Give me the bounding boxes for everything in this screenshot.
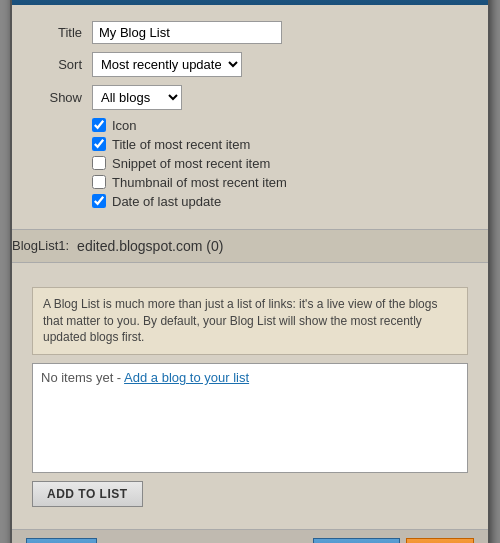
- checkbox-icon[interactable]: [92, 118, 106, 132]
- checkbox-row-date: Date of last update: [92, 194, 468, 209]
- bloglist-section: BlogList1: edited.blogspot.com (0): [10, 229, 490, 263]
- title-label: Title: [32, 25, 82, 40]
- title-row: Title: [32, 21, 468, 44]
- no-items-text: No items yet -: [41, 370, 124, 385]
- show-label: Show: [32, 90, 82, 105]
- right-buttons: CANCEL SAVE: [313, 538, 474, 543]
- blog-list-area: No items yet - Add a blog to your list: [32, 363, 468, 473]
- checkbox-icon-label: Icon: [112, 118, 137, 133]
- bloglist-label: BlogList1:: [12, 238, 69, 253]
- checkbox-date[interactable]: [92, 194, 106, 208]
- add-blog-link[interactable]: Add a blog to your list: [124, 370, 249, 385]
- cancel-button[interactable]: CANCEL: [313, 538, 400, 543]
- checkbox-title-recent[interactable]: [92, 137, 106, 151]
- checkbox-title-recent-label: Title of most recent item: [112, 137, 250, 152]
- back-button[interactable]: BACK: [26, 538, 97, 543]
- checkbox-thumbnail-label: Thumbnail of most recent item: [112, 175, 287, 190]
- info-box: A Blog List is much more than just a lis…: [32, 287, 468, 355]
- dialog-content: Title Sort Most recently updated Alphabe…: [12, 5, 488, 229]
- checkbox-row-snippet: Snippet of most recent item: [92, 156, 468, 171]
- sort-label: Sort: [32, 57, 82, 72]
- sort-select[interactable]: Most recently updated Alphabetically Mos…: [92, 52, 242, 77]
- save-button[interactable]: SAVE: [406, 538, 474, 543]
- checkbox-row-thumbnail: Thumbnail of most recent item: [92, 175, 468, 190]
- title-input[interactable]: [92, 21, 282, 44]
- checkbox-row-icon: Icon: [92, 118, 468, 133]
- checkbox-date-label: Date of last update: [112, 194, 221, 209]
- sort-row: Sort Most recently updated Alphabeticall…: [32, 52, 468, 77]
- checkboxes-section: Icon Title of most recent item Snippet o…: [92, 118, 468, 209]
- bloglist-value: edited.blogspot.com (0): [77, 238, 223, 254]
- add-to-list-button[interactable]: ADD TO LIST: [32, 481, 143, 507]
- checkbox-snippet-label: Snippet of most recent item: [112, 156, 270, 171]
- show-select[interactable]: All blogs 1 2 3 5 10: [92, 85, 182, 110]
- checkbox-thumbnail[interactable]: [92, 175, 106, 189]
- dialog-footer: BACK CANCEL SAVE: [12, 529, 488, 543]
- lower-content: A Blog List is much more than just a lis…: [12, 263, 488, 529]
- checkbox-snippet[interactable]: [92, 156, 106, 170]
- show-row: Show All blogs 1 2 3 5 10: [32, 85, 468, 110]
- configure-blog-list-dialog: B Configure Blog List ? Help Title Sort …: [10, 0, 490, 543]
- checkbox-row-title-recent: Title of most recent item: [92, 137, 468, 152]
